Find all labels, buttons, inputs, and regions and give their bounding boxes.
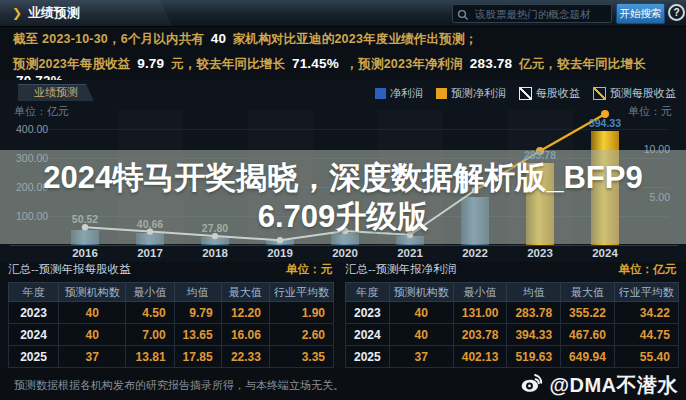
eps-forecast-table-block: 汇总--预测年报每股收益单位：元 年度预测机构数最小值均值最大值行业平均数202… [8, 262, 334, 368]
x-axis-label-2017: 2017 [118, 247, 182, 259]
cell: 37 [59, 346, 126, 368]
watermark-overlay-line2: 6.709升级版 [258, 198, 429, 236]
cell: 40 [59, 324, 126, 346]
cell: 22.33 [221, 346, 269, 368]
cell: 402.13 [453, 346, 507, 368]
cell: 40 [59, 302, 126, 324]
cell: 394.33 [507, 324, 561, 346]
cell: 13.65 [174, 324, 221, 346]
top-bar: ❯业绩预测 开始搜索 ? [0, 0, 686, 27]
summary-value: 9.79 [134, 56, 167, 71]
cell: 3.35 [269, 346, 333, 368]
table-row: 202537402.13519.63649.9455.40 [346, 346, 679, 368]
cell: 283.78 [507, 302, 561, 324]
help-icon[interactable]: ? [668, 4, 685, 21]
netprofit-table-unit: 单位：亿元 [619, 262, 677, 277]
cell: 37 [389, 346, 453, 368]
summary-text: 亿元，较去年同比增长 [515, 57, 646, 71]
x-axis-label-2019: 2019 [248, 247, 312, 259]
cell: 12.20 [221, 302, 269, 324]
page-title[interactable]: ❯业绩预测 [12, 0, 80, 26]
summary-text: 截至 2023-10-30，6个月以内共有 [13, 32, 208, 46]
table-row: 202440203.78394.33467.6044.75 [346, 324, 679, 346]
eps-table-unit: 单位：元 [286, 262, 332, 277]
summary-value: 40 [208, 31, 229, 46]
column-header-均值: 均值 [174, 283, 221, 302]
table-row: 20253713.8117.8522.333.35 [9, 346, 334, 368]
table-row: 202340131.00283.78355.2234.22 [346, 302, 679, 324]
cell: 2.60 [269, 324, 333, 346]
disclaimer-text: 预测数据根据各机构发布的研究报告摘录所得，与本终端立场无关。 [14, 378, 344, 393]
table-header-row: 年度预测机构数最小值均值最大值行业平均数 [9, 283, 334, 302]
cell: 2024 [346, 324, 390, 346]
left-axis-tick: 400.00 [16, 123, 56, 135]
cell: 7.00 [126, 324, 174, 346]
eps-forecast-table: 年度预测机构数最小值均值最大值行业平均数2023404.509.7912.201… [8, 282, 334, 368]
gridline [42, 129, 668, 130]
cell: 519.63 [507, 346, 561, 368]
cell: 467.60 [561, 324, 615, 346]
cell: 44.75 [614, 324, 678, 346]
cell: 40 [389, 324, 453, 346]
column-header-行业平均数: 行业平均数 [269, 283, 333, 302]
column-header-预测机构数: 预测机构数 [389, 283, 453, 302]
column-header-最大值: 最大值 [561, 283, 615, 302]
cell: 2024 [9, 324, 59, 346]
cell: 2025 [9, 346, 59, 368]
cell: 649.94 [561, 346, 615, 368]
cell: 17.85 [174, 346, 221, 368]
cell: 1.90 [269, 302, 333, 324]
column-header-年度: 年度 [9, 283, 59, 302]
cell: 2023 [346, 302, 390, 324]
netprofit-table-title-text: 汇总--预测年报净利润 [345, 263, 456, 275]
chevron-right-icon: ❯ [12, 6, 22, 20]
cell: 2023 [9, 302, 59, 324]
cell: 16.06 [221, 324, 269, 346]
column-header-行业平均数: 行业平均数 [614, 283, 678, 302]
column-header-均值: 均值 [507, 283, 561, 302]
cell: 9.79 [174, 302, 221, 324]
x-axis-label-2021: 2021 [378, 247, 442, 259]
search-input[interactable] [473, 5, 611, 22]
summary-value: 283.78 [467, 56, 516, 71]
x-axis-label-2018: 2018 [183, 247, 247, 259]
table-header-row: 年度预测机构数最小值均值最大值行业平均数 [346, 283, 679, 302]
x-axis-label-2022: 2022 [443, 247, 507, 259]
weibo-icon [518, 370, 544, 400]
x-axis-label-2020: 2020 [313, 247, 377, 259]
netprofit-forecast-table-block: 汇总--预测年报净利润单位：亿元 年度预测机构数最小值均值最大值行业平均数202… [345, 262, 678, 368]
table-row: 2023404.509.7912.201.90 [9, 302, 334, 324]
watermark-badge: @DMA不潜水 [518, 370, 678, 400]
cell: 34.22 [614, 302, 678, 324]
netprofit-forecast-table: 年度预测机构数最小值均值最大值行业平均数202340131.00283.7835… [345, 282, 679, 368]
column-header-最小值: 最小值 [453, 283, 507, 302]
netprofit-table-title: 汇总--预测年报净利润单位：亿元 [345, 262, 678, 278]
x-axis-label-2016: 2016 [53, 247, 117, 259]
summary-value: 71.45% [289, 56, 342, 71]
x-axis-line [10, 245, 678, 246]
table-row: 2024407.0013.6516.062.60 [9, 324, 334, 346]
cell: 55.40 [614, 346, 678, 368]
summary-text: 家机构对比亚迪的2023年度业绩作出预测； [229, 32, 477, 46]
x-axis-label-2024: 2024 [573, 247, 637, 259]
search-button[interactable]: 开始搜索 [616, 3, 665, 24]
cell: 13.81 [126, 346, 174, 368]
watermark-overlay-line1: 2024特马开奖揭晓，深度数据解析版_BFP9 [43, 158, 642, 198]
x-axis-label-2023: 2023 [508, 247, 572, 259]
page-title-label: 业绩预测 [28, 5, 80, 20]
summary-text: 元，较去年同比增长 [167, 57, 289, 71]
watermark-text: @DMA不潜水 [549, 372, 678, 399]
summary-line-1: 截至 2023-10-30，6个月以内共有 40 家机构对比亚迪的2023年度业… [13, 31, 678, 48]
app-root: ❯业绩预测 开始搜索 ? 截至 2023-10-30，6个月以内共有 40 家机… [0, 0, 686, 400]
cell: 4.50 [126, 302, 174, 324]
cell: 131.00 [453, 302, 507, 324]
cell: 355.22 [561, 302, 615, 324]
column-header-最小值: 最小值 [126, 283, 174, 302]
column-header-年度: 年度 [346, 283, 390, 302]
watermark-overlay-band: 2024特马开奖揭晓，深度数据解析版_BFP9 6.709升级版 [0, 150, 686, 244]
search-box [452, 4, 612, 23]
eps-table-title: 汇总--预测年报每股收益单位：元 [8, 262, 334, 278]
column-header-预测机构数: 预测机构数 [59, 283, 126, 302]
cell: 2025 [346, 346, 390, 368]
summary-text: ，预测2023年净利润 [342, 57, 467, 71]
